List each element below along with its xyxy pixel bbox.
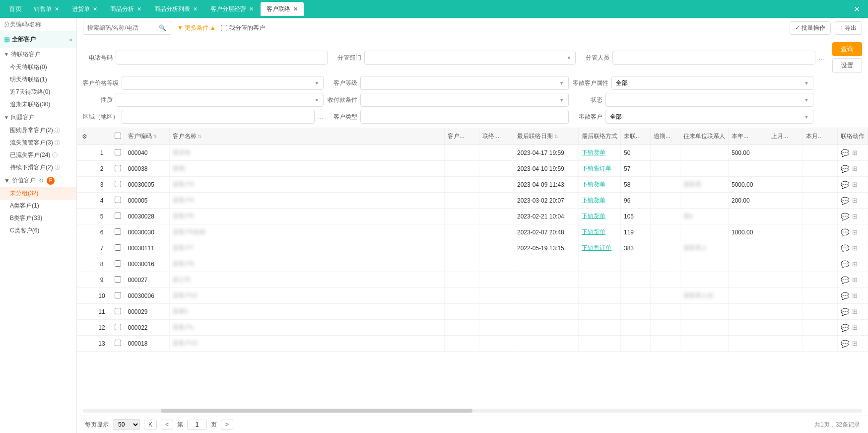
sidebar-item-declining[interactable]: 持续下滑客户(2) ⓘ — [0, 161, 76, 174]
row-check-7[interactable] — [111, 256, 125, 272]
sidebar-item-warning[interactable]: 流失预警客户(3) ⓘ — [0, 137, 76, 149]
row-way-link-4[interactable]: 下销货单 — [582, 213, 605, 219]
sidebar-collapse-icon[interactable]: « — [69, 36, 72, 43]
chat-icon-2[interactable]: 💬 — [841, 181, 849, 189]
chat-icon-8[interactable]: 💬 — [841, 276, 849, 284]
col-name-header[interactable]: 客户名称 — [169, 128, 445, 145]
category-search-input[interactable] — [4, 21, 77, 28]
manager-input[interactable] — [612, 51, 815, 65]
my-customers-check[interactable]: 我分管的客户 — [221, 24, 265, 32]
grid2-icon-12[interactable]: ⊞ — [852, 340, 858, 347]
scrollbar-thumb[interactable] — [161, 409, 472, 413]
chat-icon-12[interactable]: 💬 — [841, 340, 849, 348]
grid2-icon-6[interactable]: ⊞ — [852, 244, 858, 252]
sidebar-item-today[interactable]: 今天待联络(0) — [0, 61, 76, 73]
gear-col-header[interactable]: ⚙ — [77, 128, 93, 145]
row-check-8[interactable] — [111, 272, 125, 288]
row-checkbox-12[interactable] — [115, 340, 121, 346]
close-tab-analysis-list[interactable]: ✕ — [193, 6, 198, 12]
close-tab-purchase[interactable]: ✕ — [93, 6, 97, 12]
row-way-link-1[interactable]: 下销售订单 — [582, 165, 611, 172]
row-check-1[interactable] — [111, 161, 125, 177]
col-contact-header[interactable]: 联络... — [479, 128, 514, 145]
region-dots[interactable]: … — [318, 113, 324, 120]
status-select[interactable]: ▼ — [605, 93, 813, 107]
sidebar-item-lost[interactable]: 已流失客户(24) ⓘ — [0, 149, 76, 161]
grid2-icon-3[interactable]: ⊞ — [852, 197, 858, 204]
row-check-9[interactable] — [111, 288, 125, 304]
grid2-icon-7[interactable]: ⊞ — [852, 260, 858, 268]
manager-dots[interactable]: … — [818, 54, 824, 61]
sidebar-section-problem[interactable]: ▼ 问题客户 — [0, 111, 76, 124]
row-way-link-6[interactable]: 下销售订单 — [582, 244, 611, 251]
row-checkbox-9[interactable] — [115, 292, 121, 298]
region-input[interactable] — [122, 110, 315, 124]
nav-tab-analysis-list[interactable]: 商品分析列表 ✕ — [148, 2, 203, 16]
sidebar-all-customers[interactable]: ⊞ 全部客户 « — [0, 31, 76, 48]
nav-tab-customer-tier[interactable]: 客户分层经营 ✕ — [204, 2, 260, 16]
page-input[interactable] — [187, 420, 207, 430]
row-checkbox-11[interactable] — [115, 324, 121, 330]
query-btn[interactable]: 查询 — [832, 42, 862, 56]
chat-icon-10[interactable]: 💬 — [841, 308, 849, 316]
close-tab-analysis[interactable]: ✕ — [137, 6, 141, 12]
row-checkbox-0[interactable] — [115, 149, 121, 155]
close-tab-customer-contact[interactable]: ✕ — [293, 6, 298, 12]
chat-icon-1[interactable]: 💬 — [841, 165, 849, 173]
sidebar-item-ungrouped[interactable]: 未分组(32) — [0, 187, 76, 200]
row-checkbox-6[interactable] — [115, 244, 121, 251]
row-checkbox-4[interactable] — [115, 213, 121, 219]
first-page-btn[interactable]: K — [144, 420, 157, 430]
close-tab-customer-tier[interactable]: ✕ — [249, 6, 254, 12]
row-checkbox-5[interactable] — [115, 228, 121, 235]
row-checkbox-1[interactable] — [115, 165, 121, 171]
horizontal-scroll[interactable] — [77, 406, 868, 416]
row-checkbox-2[interactable] — [115, 181, 121, 187]
row-check-0[interactable] — [111, 145, 125, 161]
reset-btn[interactable]: 设置 — [832, 58, 862, 73]
chat-icon-7[interactable]: 💬 — [841, 260, 849, 268]
batch-btn[interactable]: ✓ 批量操作 — [790, 21, 831, 35]
phone-input[interactable] — [116, 51, 328, 65]
grid2-icon-9[interactable]: ⊞ — [852, 292, 858, 299]
row-check-12[interactable] — [111, 336, 125, 352]
row-check-10[interactable] — [111, 304, 125, 320]
grid2-icon-4[interactable]: ⊞ — [852, 213, 858, 220]
sidebar-item-tomorrow[interactable]: 明天待联络(1) — [0, 73, 76, 86]
refresh-value-icon[interactable]: ↻ — [39, 177, 44, 184]
row-checkbox-8[interactable] — [115, 276, 121, 283]
next-page-btn[interactable]: > — [221, 420, 233, 430]
col-unlisted-header[interactable]: 未联... — [621, 128, 651, 145]
my-customers-checkbox[interactable] — [221, 25, 227, 31]
sidebar-item-b-class[interactable]: B类客户(33) — [0, 212, 76, 224]
row-way-link-0[interactable]: 下销货单 — [582, 149, 605, 156]
chat-icon-3[interactable]: 💬 — [841, 197, 849, 205]
row-checkbox-3[interactable] — [115, 197, 121, 203]
grid2-icon-2[interactable]: ⊞ — [852, 181, 858, 188]
chat-icon-5[interactable]: 💬 — [841, 228, 849, 236]
select-all-checkbox[interactable] — [115, 133, 121, 139]
sidebar-item-abnormal[interactable]: 囤购异常客户(2) ⓘ — [0, 124, 76, 137]
row-check-3[interactable] — [111, 193, 125, 209]
sidebar-item-7days[interactable]: 近7天待联络(0) — [0, 86, 76, 98]
chat-icon-9[interactable]: 💬 — [841, 292, 849, 300]
search-input[interactable] — [87, 24, 157, 31]
grid2-icon-1[interactable]: ⊞ — [852, 165, 858, 172]
more-filters-btn[interactable]: ▼ 更多条件 ▲ — [177, 24, 216, 32]
row-check-4[interactable] — [111, 209, 125, 224]
col-overdue-header[interactable]: 逾期... — [651, 128, 680, 145]
grid2-icon-8[interactable]: ⊞ — [852, 276, 858, 284]
row-check-11[interactable] — [111, 320, 125, 336]
chat-icon-11[interactable]: 💬 — [841, 324, 849, 332]
col-way-header[interactable]: 最后联络方式 — [579, 128, 621, 145]
col-code-header[interactable]: 客户编码 — [125, 128, 169, 145]
row-way-link-3[interactable]: 下销货单 — [582, 197, 605, 204]
col-partner-header[interactable]: 往来单位联系人 — [680, 128, 729, 145]
row-check-6[interactable] — [111, 240, 125, 256]
row-check-2[interactable] — [111, 177, 125, 193]
retail-attr-select[interactable]: 全部 ▼ — [611, 76, 813, 90]
search-icon[interactable]: 🔍 — [159, 24, 166, 31]
sidebar-item-overdue-contact[interactable]: 逾期未联络(30) — [0, 98, 76, 111]
row-checkbox-7[interactable] — [115, 260, 121, 267]
chat-icon-0[interactable]: 💬 — [841, 149, 849, 157]
